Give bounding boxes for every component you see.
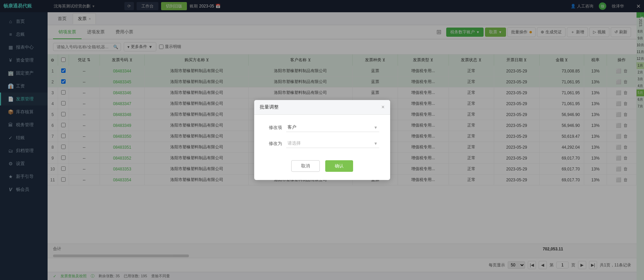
modify-field-label: 修改项 bbox=[265, 125, 282, 131]
dialog-close-button[interactable]: × bbox=[381, 104, 384, 110]
dialog-confirm-button[interactable]: 确认 bbox=[325, 160, 353, 172]
batch-adjust-dialog: 批量调整 × 修改项 客户 ▼ 修改为 请选择 ▼ 取消 确认 bbox=[254, 100, 390, 180]
modify-field-select-wrap: 客户 ▼ bbox=[286, 123, 379, 132]
dialog-cancel-button[interactable]: 取消 bbox=[291, 160, 320, 172]
dialog-header: 批量调整 × bbox=[254, 100, 390, 115]
modify-to-label: 修改为 bbox=[265, 141, 282, 147]
dialog-overlay: 批量调整 × 修改项 客户 ▼ 修改为 请选择 ▼ 取消 确认 bbox=[0, 0, 644, 280]
dialog-body: 修改项 客户 ▼ 修改为 请选择 ▼ bbox=[254, 115, 390, 156]
modify-field-row: 修改项 客户 ▼ bbox=[265, 123, 379, 132]
modify-to-placeholder[interactable]: 请选择 bbox=[286, 139, 379, 148]
modify-to-row: 修改为 请选择 ▼ bbox=[265, 139, 379, 148]
modify-to-select-wrap: 请选择 ▼ bbox=[286, 139, 379, 148]
dialog-title: 批量调整 bbox=[260, 104, 279, 110]
modify-field-value[interactable]: 客户 bbox=[286, 123, 379, 132]
dialog-footer: 取消 确认 bbox=[254, 156, 390, 180]
